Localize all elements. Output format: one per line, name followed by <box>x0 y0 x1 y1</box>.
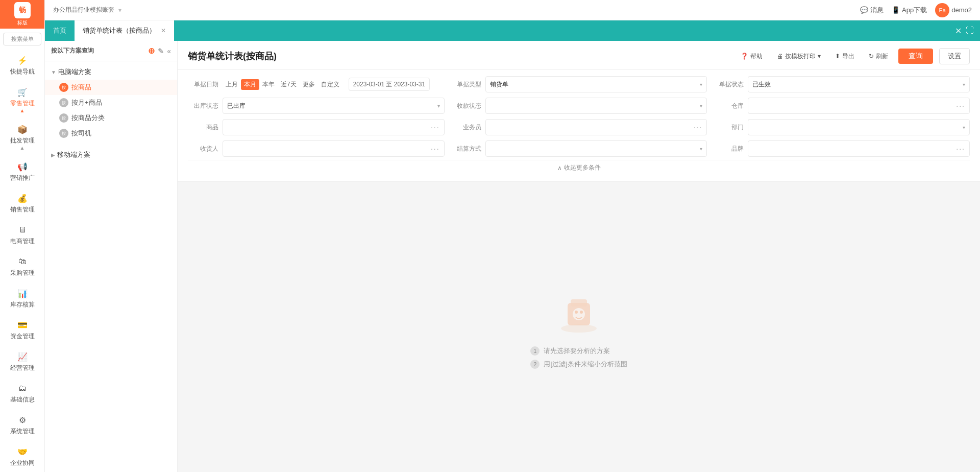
pay-status-label: 收款状态 <box>451 102 481 110</box>
edit-scheme-icon[interactable]: ✎ <box>158 47 164 55</box>
svg-point-4 <box>575 311 578 314</box>
empty-tips: 1 请先选择要分析的方案 2 用[过滤]条件来缩小分析范围 <box>530 346 627 369</box>
sidebar-item-wholesale[interactable]: 📦 批发管理 ▲ <box>0 119 44 156</box>
sidebar-item-basic[interactable]: 🗂 基础信息 <box>0 377 44 409</box>
collapse-panel-icon[interactable]: « <box>167 47 171 55</box>
tip-num-1: 1 <box>530 346 540 356</box>
tab-close-icon[interactable]: ✕ <box>161 27 166 34</box>
header-breadcrumb: 办公用品行业模拟账套 ▾ <box>53 6 121 14</box>
search-menu-section: 搜索菜单 <box>0 29 44 50</box>
finance-icon: 💳 <box>17 319 28 331</box>
wholesale-icon: 📦 <box>17 124 28 135</box>
help-button[interactable]: ❓ 帮助 <box>737 50 767 63</box>
main-content: 办公用品行业模拟账套 ▾ 💬 消息 📱 App下载 Ea demo2 首页 <box>45 0 980 472</box>
date-tab-more[interactable]: 更多 <box>300 79 318 90</box>
receiver-select[interactable]: ··· <box>223 140 445 157</box>
sidebar-item-inventory[interactable]: 📊 库存核算 <box>0 282 44 314</box>
date-label: 单据日期 <box>188 80 218 89</box>
sidebar-item-system[interactable]: ⚙ 系统管理 <box>0 409 44 441</box>
message-button[interactable]: 💬 消息 <box>860 6 884 15</box>
page-title-bar: 销货单统计表(按商品) ❓ 帮助 🖨 按模板打印 ▾ ⬆ 导出 <box>178 41 980 70</box>
out-status-select[interactable]: 已出库 ▾ <box>223 98 445 114</box>
basic-icon: 🗂 <box>17 383 28 394</box>
mobile-scheme-parent[interactable]: ▶ 移动端方案 <box>45 147 177 162</box>
left-panel: 按以下方案查询 ⊕ ✎ « ▼ 电脑端方案 按 按商品 按 按月 <box>45 41 178 472</box>
sidebar-item-shortcut[interactable]: ⚡ 快捷导航 <box>0 50 44 81</box>
message-icon: 💬 <box>860 6 868 14</box>
status-chevron-icon: ▾ <box>963 82 965 87</box>
add-scheme-icon[interactable]: ⊕ <box>148 46 155 56</box>
product-dots-icon: ··· <box>431 123 440 131</box>
status-select[interactable]: 已生效 ▾ <box>748 76 970 92</box>
status-label: 单据状态 <box>713 80 744 89</box>
date-tab-custom[interactable]: 自定义 <box>318 79 342 90</box>
refresh-button[interactable]: ↻ 刷新 <box>865 50 892 63</box>
logo: 畅 标版 <box>0 0 45 29</box>
user-profile[interactable]: Ea demo2 <box>935 3 972 17</box>
date-filter-cell: 单据日期 上月 本月 本年 近7天 更多 自定义 2023-03-01 至 20… <box>188 78 445 91</box>
operation-icon: 📈 <box>17 351 28 362</box>
date-tab-prev-month[interactable]: 上月 <box>223 79 241 90</box>
date-range-display[interactable]: 2023-03-01 至 2023-03-31 <box>349 78 430 91</box>
date-tab-cur-month[interactable]: 本月 <box>241 79 259 90</box>
right-content: 销货单统计表(按商品) ❓ 帮助 🖨 按模板打印 ▾ ⬆ 导出 <box>178 41 980 472</box>
sidebar-item-sales[interactable]: 💰 销售管理 <box>0 187 44 219</box>
empty-tip-1: 1 请先选择要分析的方案 <box>530 346 627 356</box>
tab-home[interactable]: 首页 <box>45 20 75 41</box>
template-print-button[interactable]: 🖨 按模板打印 ▾ <box>773 50 825 63</box>
svg-rect-2 <box>571 299 587 306</box>
date-tab-last7[interactable]: 近7天 <box>278 79 300 90</box>
out-status-label: 出库状态 <box>188 102 218 110</box>
sidebar-item-retail[interactable]: 🛒 零售管理 ▲ <box>0 81 44 119</box>
scheme-by-month-product[interactable]: 按 按月+商品 <box>45 95 177 110</box>
date-tab-cur-year[interactable]: 本年 <box>259 79 278 90</box>
pc-scheme-parent[interactable]: ▼ 电脑端方案 <box>45 64 177 80</box>
sidebar-item-marketing[interactable]: 📢 营销推广 <box>0 156 44 187</box>
mobile-section: ▶ 移动端方案 <box>45 144 177 166</box>
sidebar-item-ecommerce[interactable]: 🖥 电商管理 <box>0 219 44 251</box>
scheme-by-printer[interactable]: 按 按司机 <box>45 126 177 141</box>
refresh-icon: ↻ <box>869 53 874 60</box>
warehouse-label: 仓库 <box>713 102 744 110</box>
product-label: 商品 <box>188 123 218 132</box>
warehouse-filter-cell: 仓库 ··· <box>713 98 970 114</box>
product-select[interactable]: ··· <box>223 119 445 135</box>
sidebar-item-enterprise[interactable]: 🤝 企业协同 <box>0 441 44 472</box>
header-right: 💬 消息 📱 App下载 Ea demo2 <box>860 3 972 17</box>
tab-sales-stats[interactable]: 销货单统计表（按商品） ✕ <box>75 20 174 41</box>
empty-state: 1 请先选择要分析的方案 2 用[过滤]条件来缩小分析范围 <box>178 182 980 472</box>
page-wrapper: 按以下方案查询 ⊕ ✎ « ▼ 电脑端方案 按 按商品 按 按月 <box>45 41 980 472</box>
app-download-button[interactable]: 📱 App下载 <box>892 6 927 15</box>
tab-close-window-icon[interactable]: ✕ <box>955 26 962 36</box>
scheme-icon-orange: 按 <box>59 83 68 92</box>
product-filter-cell: 商品 ··· <box>188 119 445 135</box>
query-button[interactable]: 查询 <box>898 49 933 64</box>
tab-maximize-icon[interactable]: ⛶ <box>966 26 974 35</box>
collapse-button[interactable]: ∧ 收起更多条件 <box>188 160 970 175</box>
app-icon: 📱 <box>892 6 900 14</box>
receiver-filter-cell: 收货人 ··· <box>188 140 445 157</box>
salesman-select[interactable]: ··· <box>485 119 707 135</box>
brand-select[interactable]: ··· <box>748 140 970 157</box>
salesman-label: 业务员 <box>451 123 481 132</box>
sidebar-item-finance[interactable]: 💳 资金管理 <box>0 314 44 346</box>
warehouse-select[interactable]: ··· <box>748 98 970 114</box>
search-menu-button[interactable]: 搜索菜单 <box>3 33 41 45</box>
warehouse-dots-icon: ··· <box>956 102 965 110</box>
title-bar-actions: ❓ 帮助 🖨 按模板打印 ▾ ⬆ 导出 ↻ 刷新 <box>737 48 970 64</box>
settings-button[interactable]: 设置 <box>939 48 970 64</box>
payment-select[interactable]: ▾ <box>485 140 707 157</box>
shortcut-icon: ⚡ <box>17 55 28 66</box>
type-select[interactable]: 销货单 ▾ <box>485 76 707 92</box>
dept-chevron-icon: ▾ <box>963 125 965 130</box>
scheme-by-product[interactable]: 按 按商品 <box>45 80 177 95</box>
sales-icon: 💰 <box>17 193 28 204</box>
pay-status-select[interactable]: ▾ <box>485 98 707 114</box>
sidebar-item-operation[interactable]: 📈 经营管理 <box>0 346 44 377</box>
sidebar-item-purchase[interactable]: 🛍 采购管理 <box>0 251 44 282</box>
export-button[interactable]: ⬆ 导出 <box>831 50 859 63</box>
scheme-icon-gray3: 按 <box>59 129 68 138</box>
salesman-dots-icon: ··· <box>694 123 703 131</box>
scheme-by-category[interactable]: 按 按商品分类 <box>45 110 177 126</box>
dept-select[interactable]: ▾ <box>748 119 970 135</box>
